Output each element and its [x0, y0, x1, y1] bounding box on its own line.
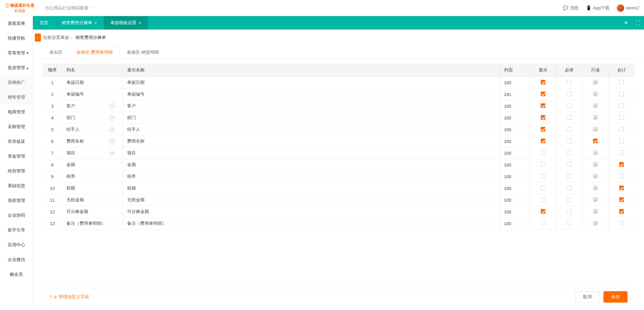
checkbox[interactable]	[567, 209, 572, 214]
save-button[interactable]: 保存	[603, 291, 628, 303]
cell-display[interactable]: 客户	[123, 100, 500, 112]
sidebar-item[interactable]: 搜索菜单	[0, 16, 33, 31]
add-button[interactable]: +	[109, 126, 115, 133]
checkbox[interactable]	[567, 162, 572, 167]
checkbox[interactable]	[541, 92, 545, 96]
cell-display[interactable]: 金额	[123, 159, 500, 171]
tab[interactable]: 销售费用分摊单×	[55, 16, 104, 30]
sidebar-subitem[interactable]: 营销推广	[0, 75, 33, 90]
checkbox[interactable]	[567, 139, 572, 143]
checkbox[interactable]	[541, 127, 545, 132]
checkbox[interactable]	[541, 162, 545, 167]
cell-display[interactable]: 单据编号	[123, 89, 500, 100]
tab[interactable]: 首页	[33, 16, 55, 30]
sidebar-item[interactable]: 企业协同	[0, 208, 33, 223]
cell-display[interactable]: 单据日期	[123, 77, 500, 89]
sidebar-item[interactable]: 库存核算	[0, 134, 33, 149]
sidebar-item[interactable]: 畅会员	[0, 267, 33, 282]
add-button[interactable]: +	[109, 138, 115, 144]
checkbox[interactable]	[619, 174, 624, 178]
checkbox[interactable]	[619, 103, 624, 108]
cell-width[interactable]: 100	[500, 194, 530, 206]
checkbox[interactable]	[567, 174, 572, 178]
app-download-button[interactable]: 📱 App下载	[586, 5, 609, 11]
cell-width[interactable]: 100	[500, 206, 530, 218]
cell-width[interactable]: 241	[500, 89, 530, 100]
close-icon[interactable]: ×	[139, 20, 141, 25]
checkbox[interactable]	[541, 174, 545, 178]
checkbox[interactable]	[567, 150, 572, 155]
sub-tab[interactable]: 表体区-费用单明细	[69, 46, 120, 59]
sidebar-item[interactable]: 资金管理	[0, 149, 33, 164]
checkbox[interactable]	[567, 221, 572, 225]
cell-width[interactable]: 100	[500, 159, 530, 171]
cell-width[interactable]: 100	[500, 147, 530, 159]
sidebar-item[interactable]: 电商管理	[0, 105, 33, 119]
sidebar-item[interactable]: 经营管理	[0, 164, 33, 178]
manage-custom-fields-link[interactable]: ? ⊘ 管理自定义字段	[49, 294, 89, 300]
fullscreen-button[interactable]: ⛶	[632, 20, 644, 26]
cell-display[interactable]: 经手人	[123, 124, 500, 136]
sidebar-item[interactable]: 系统管理	[0, 193, 33, 208]
collapse-toggle[interactable]: ›	[35, 34, 41, 42]
cell-width[interactable]: 100	[500, 183, 530, 194]
checkbox[interactable]	[567, 127, 572, 132]
cell-display[interactable]: 无税金额	[123, 194, 500, 206]
sub-tab[interactable]: 表头区	[42, 46, 69, 59]
checkbox[interactable]	[619, 80, 624, 85]
checkbox[interactable]	[541, 115, 545, 120]
checkbox[interactable]	[619, 139, 624, 143]
checkbox[interactable]	[593, 139, 598, 143]
cell-display[interactable]: 可分摊金额	[123, 206, 500, 218]
add-button[interactable]: +	[109, 115, 115, 121]
cell-display[interactable]: 备注（费用单明细）	[123, 218, 500, 229]
checkbox[interactable]	[567, 80, 572, 85]
checkbox[interactable]	[541, 103, 545, 108]
checkbox[interactable]	[619, 127, 624, 132]
checkbox[interactable]	[541, 139, 545, 143]
checkbox[interactable]	[619, 115, 624, 120]
sidebar-item[interactable]: 批发管理▲	[0, 60, 33, 75]
cancel-button[interactable]: 取消	[575, 291, 599, 303]
cell-display[interactable]: 税率	[123, 171, 500, 183]
checkbox[interactable]	[541, 221, 545, 225]
checkbox[interactable]	[567, 115, 572, 120]
checkbox[interactable]	[619, 162, 624, 167]
checkbox[interactable]	[541, 186, 545, 190]
cell-display[interactable]: 项目	[123, 147, 500, 159]
checkbox[interactable]	[567, 186, 572, 190]
user-menu[interactable]: demo2	[617, 4, 639, 12]
account-selector[interactable]: 办公用品行业模拟账套 ﹀	[45, 5, 96, 11]
cell-width[interactable]: 100	[500, 100, 530, 112]
checkbox[interactable]	[541, 150, 545, 155]
checkbox[interactable]	[541, 197, 545, 202]
sidebar-item[interactable]: 采购管理	[0, 119, 33, 134]
checkbox[interactable]	[567, 92, 572, 96]
add-button[interactable]: +	[109, 103, 115, 109]
cell-width[interactable]: 100	[500, 77, 530, 89]
sidebar-item[interactable]: 零售管理▼	[0, 46, 33, 60]
cell-display[interactable]: 税额	[123, 183, 500, 194]
checkbox[interactable]	[567, 103, 572, 108]
sidebar-subitem[interactable]: 销售管理	[0, 90, 33, 105]
sidebar-item[interactable]: 新手引导	[0, 223, 33, 238]
cell-width[interactable]: 100	[500, 112, 530, 124]
cell-display[interactable]: 费用名称	[123, 136, 500, 147]
sidebar-item[interactable]: 应用中心	[0, 238, 33, 252]
checkbox[interactable]	[619, 197, 624, 202]
tab[interactable]: 单据模板设置×	[104, 16, 148, 30]
sidebar-item[interactable]: 快捷导航	[0, 31, 33, 46]
checkbox[interactable]	[567, 197, 572, 202]
checkbox[interactable]	[541, 80, 545, 85]
checkbox[interactable]	[619, 209, 624, 214]
cell-width[interactable]: 100	[500, 218, 530, 229]
sidebar-item[interactable]: 企业微信	[0, 252, 33, 267]
sidebar-item[interactable]: 基础信息	[0, 178, 33, 193]
cell-display[interactable]: 部门	[123, 112, 500, 124]
checkbox[interactable]	[541, 209, 545, 214]
checkbox[interactable]	[619, 150, 624, 155]
messages-button[interactable]: 💬 消息	[563, 5, 579, 11]
checkbox[interactable]	[619, 186, 624, 190]
close-all-tabs-button[interactable]: ✕	[620, 20, 632, 26]
close-icon[interactable]: ×	[94, 20, 97, 25]
